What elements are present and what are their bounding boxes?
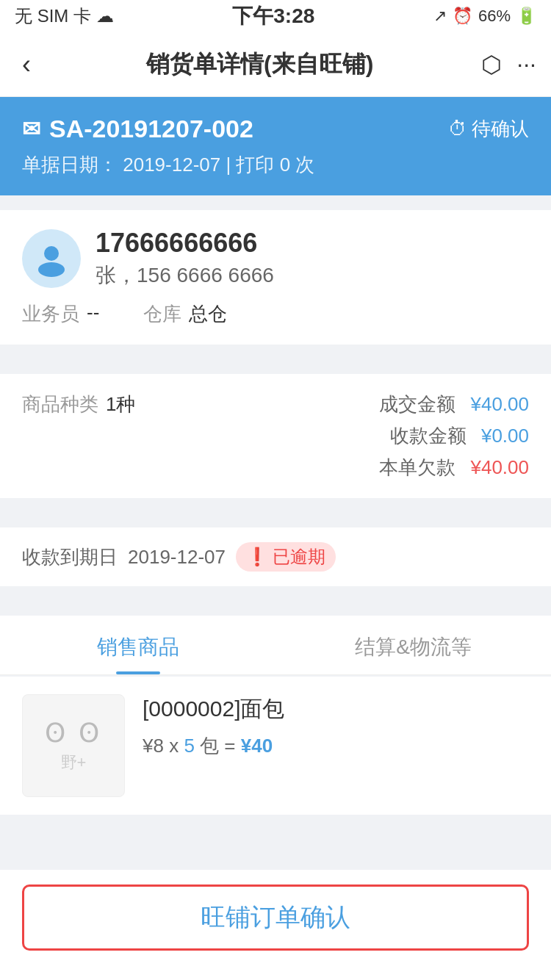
order-number-text: SA-20191207-002	[49, 115, 253, 143]
avatar	[22, 229, 81, 288]
status-time: 下午3:28	[232, 2, 314, 30]
back-button[interactable]: ‹	[15, 42, 38, 87]
category-value: 1种	[106, 392, 135, 417]
overdue-badge: ❗ 已逾期	[236, 542, 336, 572]
battery-icon: 🔋	[516, 7, 536, 26]
due-date-label: 收款到期日	[22, 544, 118, 570]
tabs: 销售商品 结算&物流等	[0, 616, 551, 675]
customer-meta: 业务员 -- 仓库 总仓	[22, 301, 529, 327]
svg-point-1	[38, 262, 65, 277]
page-title: 销货单详情(来自旺铺)	[38, 48, 481, 81]
summary-card: 商品种类 1种 成交金额 ¥40.00 收款金额 ¥0.00 本单欠款 ¥40.…	[0, 374, 551, 498]
divider-1	[0, 359, 551, 374]
product-name: [0000002]面包	[143, 694, 529, 724]
amount-value: ¥40.00	[470, 393, 529, 416]
warehouse-label: 仓库	[143, 301, 181, 327]
received-label: 收款金额	[390, 423, 467, 449]
nav-actions: ⬡ ···	[481, 51, 536, 79]
product-price: ¥8 x 5 包 = ¥40	[143, 733, 529, 759]
amount-label: 成交金额	[379, 392, 455, 417]
due-date-value: 2019-12-07	[128, 546, 226, 569]
summary-amounts: 成交金额 ¥40.00 收款金额 ¥0.00 本单欠款 ¥40.00	[379, 392, 529, 480]
debt-label: 本单欠款	[379, 455, 455, 480]
salesperson-value: --	[87, 301, 99, 327]
sim-status: 无 SIM 卡 ☁	[15, 4, 114, 28]
status-left: 无 SIM 卡 ☁	[15, 4, 114, 28]
share-button[interactable]: ⬡	[481, 51, 502, 79]
category-label: 商品种类	[22, 392, 98, 417]
order-status: ⏱ 待确认	[448, 116, 529, 142]
product-info: [0000002]面包 ¥8 x 5 包 = ¥40	[143, 694, 529, 759]
tab-settlement[interactable]: 结算&物流等	[276, 616, 551, 674]
customer-card: 17666666666 张，156 6666 6666 业务员 -- 仓库 总仓	[0, 210, 551, 345]
product-total: ¥40	[241, 735, 273, 757]
confirm-button[interactable]: 旺铺订单确认	[22, 884, 529, 951]
product-logo-text: 野+	[61, 752, 87, 774]
order-number: ✉ SA-20191207-002	[22, 115, 253, 143]
nav-bar: ‹ 销货单详情(来自旺铺) ⬡ ···	[0, 32, 551, 97]
order-date: 单据日期： 2019-12-07 | 打印 0 次	[22, 152, 529, 178]
received-value: ¥0.00	[481, 425, 529, 447]
svg-point-0	[44, 246, 59, 261]
product-item: ʘ ʘ 野+ [0000002]面包 ¥8 x 5 包 = ¥40	[0, 677, 551, 815]
debt-value: ¥40.00	[470, 456, 529, 479]
more-button[interactable]: ···	[516, 51, 536, 78]
order-icon: ✉	[22, 116, 40, 142]
divider-2	[0, 513, 551, 527]
product-image: ʘ ʘ 野+	[22, 694, 125, 797]
salesperson-label: 业务员	[22, 301, 79, 327]
status-bar: 无 SIM 卡 ☁ 下午3:28 ↗ ⏰ 66% 🔋	[0, 0, 551, 32]
battery-level: 66%	[478, 7, 511, 26]
status-right: ↗ ⏰ 66% 🔋	[433, 7, 536, 26]
product-logo: ʘ ʘ 野+	[45, 718, 102, 774]
alarm-icon: ⏰	[453, 7, 472, 26]
customer-phone: 17666666666	[96, 228, 274, 259]
overdue-icon: ❗	[246, 547, 268, 567]
product-qty: 5	[184, 735, 194, 757]
status-clock-icon: ⏱	[448, 118, 467, 140]
divider-3	[0, 586, 551, 601]
order-header: ✉ SA-20191207-002 ⏱ 待确认 单据日期： 2019-12-07…	[0, 97, 551, 195]
tabs-container: 销售商品 结算&物流等	[0, 616, 551, 675]
customer-name: 张，156 6666 6666	[96, 262, 274, 289]
location-icon: ↗	[433, 7, 447, 26]
product-logo-eyes: ʘ ʘ	[45, 718, 102, 749]
overdue-text: 已逾期	[273, 545, 325, 569]
status-text: 待确认	[472, 116, 529, 142]
due-date-card: 收款到期日 2019-12-07 ❗ 已逾期	[0, 527, 551, 586]
bottom-bar: 旺铺订单确认	[0, 870, 551, 980]
tab-products[interactable]: 销售商品	[0, 616, 276, 674]
warehouse-value: 总仓	[189, 301, 227, 327]
